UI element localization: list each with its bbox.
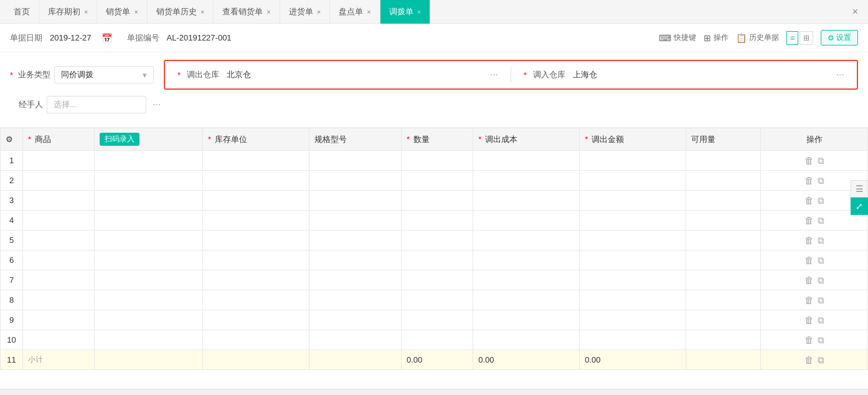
delete-icon-8[interactable]: 🗑 [804, 295, 814, 305]
amount-cell-6[interactable] [580, 250, 686, 270]
amount-cell-8[interactable] [580, 290, 686, 310]
setting-button[interactable]: ⚙ 设置 [821, 30, 858, 45]
copy-icon-1[interactable]: ⧉ [818, 155, 824, 166]
cost-cell-9[interactable] [473, 310, 580, 330]
product-cell-9[interactable] [23, 310, 95, 330]
tab-sales-order[interactable]: 销货单 × [97, 0, 147, 24]
cost-cell-10[interactable] [473, 330, 580, 350]
tab-purchase[interactable]: 进货单 × [280, 0, 330, 24]
delete-icon[interactable]: 🗑 [804, 355, 814, 365]
product-cell-2[interactable] [23, 171, 95, 191]
qty-cell-5[interactable] [402, 231, 473, 250]
spec-cell-2[interactable] [309, 171, 401, 191]
handler-more[interactable]: ··· [153, 99, 161, 110]
copy-icon-4[interactable]: ⧉ [818, 215, 824, 226]
copy-icon-8[interactable]: ⧉ [818, 295, 824, 306]
side-list-icon[interactable]: ☰ [851, 180, 868, 198]
close-tab-sales-history[interactable]: × [200, 8, 204, 16]
close-tab-inventory-init[interactable]: × [84, 8, 88, 16]
shortcut-btn[interactable]: ⌨ 快捷键 [659, 32, 696, 43]
unit-cell-6[interactable] [202, 250, 309, 270]
unit-cell-8[interactable] [202, 290, 309, 310]
cost-cell-7[interactable] [473, 270, 580, 290]
calendar-icon[interactable]: 📅 [101, 33, 112, 43]
qty-cell-4[interactable] [402, 211, 473, 231]
spec-cell-6[interactable] [309, 250, 401, 270]
spec-cell-9[interactable] [309, 310, 401, 330]
unit-cell-9[interactable] [202, 310, 309, 330]
amount-cell-4[interactable] [580, 211, 686, 231]
copy-icon-10[interactable]: ⧉ [818, 335, 824, 346]
delete-icon-6[interactable]: 🗑 [804, 255, 814, 265]
spec-cell-5[interactable] [309, 231, 401, 250]
history-btn[interactable]: 📋 历史单据 [736, 32, 779, 43]
amount-cell-5[interactable] [580, 231, 686, 250]
qty-cell-2[interactable] [402, 171, 473, 191]
qty-cell-9[interactable] [402, 310, 473, 330]
product-cell-5[interactable] [23, 231, 95, 250]
delete-icon-7[interactable]: 🗑 [804, 275, 814, 285]
cost-cell-6[interactable] [473, 250, 580, 270]
copy-icon-2[interactable]: ⧉ [818, 175, 824, 186]
copy-icon[interactable]: ⧉ [818, 355, 824, 366]
delete-icon-2[interactable]: 🗑 [804, 175, 814, 186]
amount-cell-1[interactable] [580, 151, 686, 171]
close-tab-purchase[interactable]: × [317, 8, 321, 16]
copy-icon-7[interactable]: ⧉ [818, 275, 824, 286]
product-cell-6[interactable] [23, 250, 95, 270]
product-cell-3[interactable] [23, 191, 95, 211]
delete-icon-10[interactable]: 🗑 [804, 335, 814, 345]
unit-cell-2[interactable] [202, 171, 309, 191]
out-warehouse-more[interactable]: ··· [490, 69, 498, 80]
unit-cell-10[interactable] [202, 330, 309, 350]
tab-inventory-check[interactable]: 盘点单 × [330, 0, 380, 24]
qty-cell-8[interactable] [402, 290, 473, 310]
tab-transfer[interactable]: 调拨单 × [380, 0, 430, 24]
amount-cell-7[interactable] [580, 270, 686, 290]
amount-cell-10[interactable] [580, 330, 686, 350]
delete-icon-9[interactable]: 🗑 [804, 315, 814, 325]
qty-cell-6[interactable] [402, 250, 473, 270]
copy-icon-9[interactable]: ⧉ [818, 315, 824, 326]
close-all-tabs[interactable]: × [847, 6, 863, 17]
tab-inventory-init[interactable]: 库存期初 × [39, 0, 97, 24]
layout-btn-list[interactable]: ≡ [786, 31, 798, 45]
cost-cell-4[interactable] [473, 211, 580, 231]
amount-cell-3[interactable] [580, 191, 686, 211]
amount-cell-2[interactable] [580, 171, 686, 191]
product-cell-1[interactable] [23, 151, 95, 171]
cost-cell-1[interactable] [473, 151, 580, 171]
scan-enter-btn[interactable]: 扫码录入 [100, 133, 139, 146]
product-cell-10[interactable] [23, 330, 95, 350]
spec-cell-8[interactable] [309, 290, 401, 310]
tab-view-sales[interactable]: 查看销货单 × [214, 0, 280, 24]
qty-cell-10[interactable] [402, 330, 473, 350]
unit-cell-4[interactable] [202, 211, 309, 231]
qty-cell-3[interactable] [402, 191, 473, 211]
copy-icon-5[interactable]: ⧉ [818, 235, 824, 246]
spec-cell-7[interactable] [309, 270, 401, 290]
product-cell-4[interactable] [23, 211, 95, 231]
copy-icon-6[interactable]: ⧉ [818, 255, 824, 266]
unit-cell-1[interactable] [202, 151, 309, 171]
biz-type-select[interactable]: 同价调拨 ▾ [54, 66, 154, 83]
close-tab-inventory-check[interactable]: × [367, 8, 370, 16]
delete-icon-1[interactable]: 🗑 [804, 155, 814, 166]
copy-icon-3[interactable]: ⧉ [818, 195, 824, 206]
unit-cell-7[interactable] [202, 270, 309, 290]
operation-btn[interactable]: ⊞ 操作 [704, 32, 729, 43]
spec-cell-1[interactable] [309, 151, 401, 171]
handler-select[interactable]: 选择... [47, 96, 146, 113]
tab-home[interactable]: 首页 [5, 0, 39, 24]
tab-sales-history[interactable]: 销货单历史 × [148, 0, 214, 24]
cost-cell-5[interactable] [473, 231, 580, 250]
close-tab-sales-order[interactable]: × [134, 8, 138, 16]
in-warehouse-more[interactable]: ··· [836, 69, 844, 80]
side-expand-icon[interactable]: ⤢ [851, 198, 868, 215]
horizontal-scrollbar[interactable] [0, 389, 868, 395]
delete-icon-5[interactable]: 🗑 [804, 235, 814, 245]
spec-cell-10[interactable] [309, 330, 401, 350]
close-tab-view-sales[interactable]: × [267, 8, 270, 16]
qty-cell-1[interactable] [402, 151, 473, 171]
unit-cell-3[interactable] [202, 191, 309, 211]
